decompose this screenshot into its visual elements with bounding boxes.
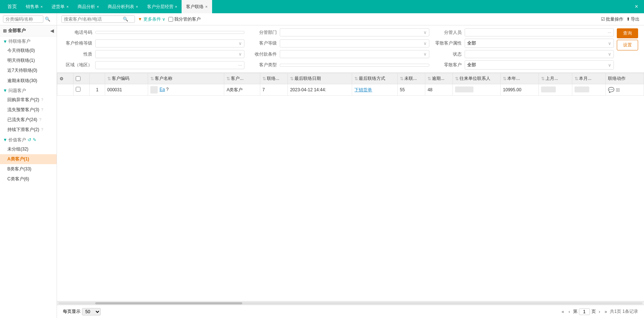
sidebar-item-class-a[interactable]: A类客户(1)	[0, 154, 57, 164]
horizontal-scrollbar[interactable]	[57, 301, 644, 305]
filter-search-wrapper: 🔍	[61, 15, 135, 23]
col-overdue-label: 逾期...	[432, 75, 444, 82]
col-this-month: ⇅ 本月...	[572, 73, 606, 84]
close-analysis-tab[interactable]: ×	[97, 0, 99, 13]
refresh-icon[interactable]: ↺	[28, 137, 31, 142]
sidebar-item-today-pending[interactable]: 今天待联络(0)	[0, 46, 57, 56]
close-analysis-list-tab[interactable]: ×	[136, 0, 138, 13]
cell-index: 1	[90, 84, 105, 96]
nav-tab-customer-contact[interactable]: 客户联络 ×	[182, 0, 212, 13]
my-customers-checkbox[interactable]	[168, 17, 173, 22]
prev-page-btn[interactable]: ‹	[567, 308, 572, 315]
manager-dots-icon: ···	[608, 30, 611, 35]
item-label: 流失预警客户(3)	[7, 107, 39, 112]
col-this-year: ⇅ 本年...	[501, 73, 539, 84]
col-index	[90, 73, 105, 84]
cell-name-suffix: ?	[166, 87, 169, 92]
sidebar-search-icon[interactable]: 🔍	[45, 17, 50, 22]
customer-table: ⚙ ⇅ 客户编码	[57, 73, 644, 96]
sidebar-item-unclassified[interactable]: 未分组(32)	[0, 144, 57, 154]
sidebar-item-repurchase-abnormal[interactable]: 回购异常客户(2) ?	[0, 95, 57, 105]
close-sales-tab[interactable]: ×	[40, 0, 43, 13]
region-input[interactable]: ···	[95, 61, 244, 69]
sidebar-item-overdue-pending[interactable]: 逾期未联络(30)	[0, 76, 57, 86]
sidebar-item-churn-warning[interactable]: 流失预警客户(3) ?	[0, 105, 57, 115]
nav-tab-customer-segment[interactable]: 客户分层经营 ×	[143, 0, 182, 13]
dept-select[interactable]: ∨	[280, 28, 429, 36]
col-code-label: 客户编码	[112, 75, 129, 82]
filter-search-icon[interactable]: 🔍	[123, 17, 128, 22]
manager-input[interactable]: ···	[465, 28, 614, 36]
nav-tab-label: 客户联络	[186, 0, 204, 13]
more-conditions-btn[interactable]: ▼ 更多条件 ∨	[138, 16, 165, 22]
total-records-label: 共1页 1条记录	[610, 308, 638, 315]
set-btn[interactable]: 设置	[617, 40, 638, 50]
customer-type-input[interactable]	[280, 64, 429, 67]
export-btn[interactable]: ⬆ 导出	[626, 16, 640, 22]
last-page-btn[interactable]: »	[603, 308, 609, 315]
scatter-attr-select[interactable]: 全部 ∨	[465, 39, 614, 48]
more-conditions-caret: ∨	[162, 17, 165, 22]
help-icon: ?	[41, 128, 43, 132]
close-all-icon[interactable]: ×	[632, 3, 641, 10]
nav-home[interactable]: 首页	[3, 0, 21, 13]
next-page-btn[interactable]: ›	[597, 308, 602, 315]
first-page-btn[interactable]: «	[560, 308, 566, 315]
scrollbar-thumb[interactable]	[95, 302, 242, 304]
close-customer-contact-tab[interactable]: ×	[205, 0, 207, 13]
payment-select[interactable]: ∨	[280, 50, 429, 58]
cell-type: A类客户	[224, 84, 260, 96]
scatter-customer-caret-icon: ∨	[608, 63, 611, 68]
payment-label: 收付款条件	[247, 51, 277, 57]
chat-action-icon[interactable]: 💬	[608, 87, 614, 93]
last-method-link[interactable]: 下销货单	[354, 87, 372, 92]
my-customers-filter[interactable]: 我分管的客户	[168, 16, 201, 22]
nav-tab-sales[interactable]: 销售单 ×	[21, 0, 47, 13]
col-settings[interactable]: ⚙	[57, 73, 74, 84]
nature-select[interactable]: ∨	[95, 50, 244, 58]
row-checkbox[interactable]	[76, 87, 80, 92]
customer-level-select[interactable]: ∨	[280, 39, 429, 47]
collapse-sidebar-icon[interactable]: ◀	[50, 28, 54, 33]
close-customer-segment-tab[interactable]: ×	[175, 0, 177, 13]
col-action-label: 联络动作	[608, 75, 626, 82]
col-last-date: ⇅ 最后联络日期	[288, 73, 352, 84]
status-caret-icon: ∨	[608, 52, 611, 57]
scatter-customer-select[interactable]: 全部 ∨	[465, 60, 614, 70]
status-select[interactable]: ∨	[465, 50, 614, 58]
sidebar-item-declining[interactable]: 持续下滑客户(2) ?	[0, 125, 57, 135]
edit-icon[interactable]: ✎	[33, 137, 36, 142]
sidebar-item-7day-pending[interactable]: 近7天待联络(0)	[0, 66, 57, 75]
price-level-select[interactable]: ∨	[95, 39, 244, 47]
batch-op-btn[interactable]: ☑ 批量操作	[601, 16, 623, 22]
select-all-checkbox[interactable]	[76, 76, 80, 81]
sidebar-search-input[interactable]	[3, 15, 43, 23]
close-purchase-tab[interactable]: ×	[66, 0, 68, 13]
col-this-month-label: 本月...	[579, 75, 591, 82]
nav-tab-purchase[interactable]: 进货单 ×	[47, 0, 73, 13]
sidebar-item-class-b[interactable]: B类客户(33)	[0, 164, 57, 174]
page-size-dropdown[interactable]: 50 100 200	[82, 308, 101, 315]
col-this-year-sort-icon: ⇅	[503, 76, 507, 81]
col-this-year-label: 本年...	[507, 75, 520, 82]
filter-search-input[interactable]	[64, 17, 123, 22]
col-type-sort-icon: ⇅	[226, 76, 230, 81]
help-icon: ?	[39, 118, 42, 122]
sidebar-item-tomorrow-pending[interactable]: 明天待联络(1)	[0, 56, 57, 66]
cell-last-method[interactable]: 下销货单	[352, 84, 397, 96]
sidebar-item-churned[interactable]: 已流失客户(24) ?	[0, 115, 57, 125]
grid-action-icon[interactable]: ⊞	[616, 87, 620, 93]
page-input[interactable]	[579, 308, 590, 315]
help-icon: ?	[41, 108, 43, 112]
cell-this-month	[572, 84, 606, 96]
nav-tab-analysis[interactable]: 商品分析 ×	[73, 0, 103, 13]
phone-input[interactable]	[95, 31, 244, 34]
query-btn[interactable]: 查询	[617, 28, 638, 38]
nav-tab-analysis-list[interactable]: 商品分析列表 ×	[103, 0, 142, 13]
sidebar-item-class-c[interactable]: C类客户(6)	[0, 174, 57, 184]
col-last-month-label: 上月...	[545, 75, 558, 82]
item-label: 回购异常客户(2)	[7, 97, 39, 102]
settings-icon[interactable]: ⚙	[60, 76, 64, 81]
dept-field: 分管部门 ∨	[247, 28, 429, 36]
cell-name-text[interactable]: Ea	[160, 87, 165, 92]
